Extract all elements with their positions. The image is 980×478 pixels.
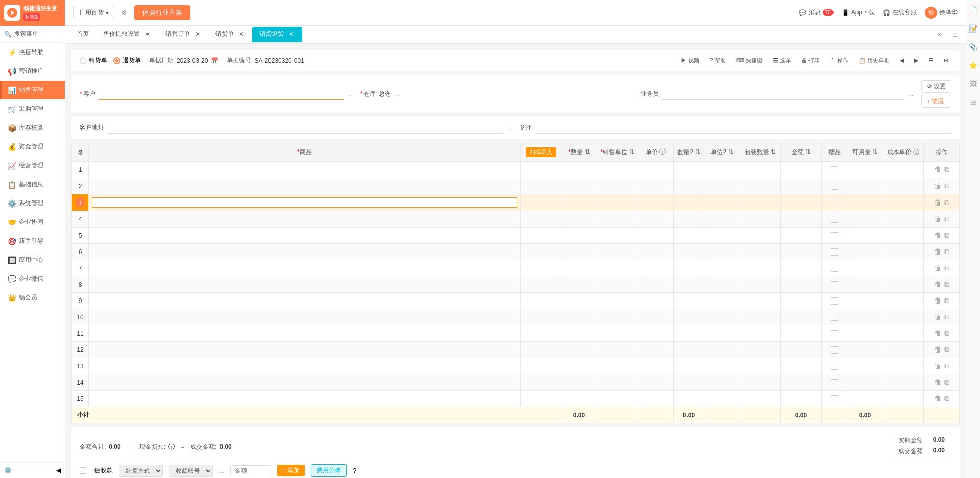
sidebar-item-quick-nav[interactable]: ⚡ 快捷导航 — [0, 43, 65, 62]
unit2-cell[interactable] — [704, 260, 740, 276]
product-cell[interactable] — [89, 194, 521, 211]
account-select[interactable]: 收款账号 — [169, 465, 213, 477]
unit2-cell[interactable] — [704, 228, 740, 244]
cost-cell[interactable] — [883, 342, 924, 358]
next-btn[interactable]: ▶ — [911, 56, 921, 65]
unit2-cell[interactable] — [704, 276, 740, 293]
qty-cell[interactable] — [561, 358, 597, 374]
sidebar-item-sales[interactable]: 📊 销售管理 — [0, 81, 65, 99]
unit2-cell[interactable] — [704, 211, 740, 228]
th-gear[interactable]: ⚙ — [72, 143, 89, 162]
qty-cell[interactable] — [561, 194, 597, 211]
pack-cell[interactable] — [740, 211, 781, 228]
unit2-cell[interactable] — [704, 293, 740, 309]
pack-cell[interactable] — [740, 358, 781, 374]
settlement-select[interactable]: 结算方式 — [119, 465, 163, 477]
amount-cell[interactable] — [781, 211, 822, 228]
avail-cell[interactable] — [847, 391, 883, 407]
cost-cell[interactable] — [883, 325, 924, 342]
gift-cell[interactable] — [822, 342, 847, 358]
unit-cell[interactable] — [597, 342, 638, 358]
pack-cell[interactable] — [740, 276, 781, 293]
amount-cell[interactable] — [781, 276, 822, 293]
product-input[interactable] — [92, 197, 517, 208]
unit2-cell[interactable] — [704, 391, 740, 407]
settings-btn[interactable]: ⚙ 设置 — [921, 80, 951, 93]
price-cell[interactable] — [638, 178, 674, 194]
tab-sales[interactable]: 销货单 ✕ — [208, 27, 252, 42]
amount-input[interactable] — [230, 465, 271, 476]
cost-cell[interactable] — [883, 276, 924, 293]
avail-cell[interactable] — [847, 276, 883, 293]
unit2-cell[interactable] — [704, 309, 740, 325]
unit-cell[interactable] — [597, 228, 638, 244]
right-icon-attach[interactable]: 📎 — [967, 41, 979, 53]
radio-sales[interactable]: 销货单 — [80, 56, 107, 65]
unit-cell[interactable] — [597, 293, 638, 309]
copy-row-icon[interactable]: ⧉ — [944, 313, 949, 321]
copy-row-icon[interactable]: ⧉ — [944, 394, 949, 403]
gift-checkbox[interactable] — [831, 281, 838, 288]
th-scan[interactable]: 扫码录入 — [521, 143, 561, 162]
app-download-btn[interactable]: 📱 App下载 — [842, 8, 874, 17]
qty-cell[interactable] — [561, 178, 597, 194]
pack-cell[interactable] — [740, 293, 781, 309]
qty-cell[interactable] — [561, 293, 597, 309]
sidebar-item-purchase[interactable]: 🛒 采购管理 — [0, 99, 65, 118]
qty-cell[interactable] — [561, 228, 597, 244]
gift-cell[interactable] — [822, 309, 847, 325]
amount-cell[interactable] — [781, 178, 822, 194]
maximize-btn[interactable]: ⊡ — [948, 29, 962, 40]
copy-row-icon[interactable]: ⧉ — [944, 231, 949, 240]
tab-price-extract-close[interactable]: ✕ — [144, 31, 151, 38]
avail-cell[interactable] — [847, 178, 883, 194]
unit-cell[interactable] — [597, 260, 638, 276]
pack-cell[interactable] — [740, 374, 781, 391]
product-cell[interactable] — [89, 309, 521, 325]
delete-row-icon[interactable]: 🗑 — [934, 280, 941, 289]
tab-sales-order[interactable]: 销售订单 ✕ — [158, 27, 208, 42]
avail-cell[interactable] — [847, 244, 883, 260]
product-cell[interactable] — [89, 325, 521, 342]
avail-cell[interactable] — [847, 358, 883, 374]
pack-cell[interactable] — [740, 194, 781, 211]
price-cell[interactable] — [638, 358, 674, 374]
cost-cell[interactable] — [883, 194, 924, 211]
qty-cell[interactable] — [561, 374, 597, 391]
amount-cell[interactable] — [781, 162, 822, 178]
sidebar-item-wechat-work[interactable]: 💬 企业微信 — [0, 269, 65, 288]
gift-checkbox[interactable] — [831, 248, 838, 256]
amount-cell[interactable] — [781, 358, 822, 374]
copy-row-icon[interactable]: ⧉ — [944, 247, 949, 256]
gift-cell[interactable] — [822, 260, 847, 276]
list-view-btn[interactable]: ☰ — [925, 56, 937, 65]
tab-sales-order-close[interactable]: ✕ — [194, 31, 201, 38]
add-row-btn[interactable]: + — [75, 197, 85, 208]
tab-home[interactable]: 首页 — [69, 27, 96, 42]
gift-cell[interactable] — [822, 162, 847, 178]
gift-cell[interactable] — [822, 244, 847, 260]
copy-row-icon[interactable]: ⧉ — [944, 296, 949, 305]
scan-input-btn[interactable]: 扫码录入 — [526, 147, 556, 157]
unit-cell[interactable] — [597, 194, 638, 211]
radio-return[interactable]: 退货单 — [113, 56, 141, 65]
unit2-cell[interactable] — [704, 194, 740, 211]
price-cell[interactable] — [638, 228, 674, 244]
message-btn[interactable]: 💬 消息 70 — [799, 8, 834, 17]
pack-cell[interactable] — [740, 391, 781, 407]
price-cell[interactable] — [638, 325, 674, 342]
video-btn[interactable]: ▶ 视频 — [678, 55, 702, 66]
qty2-cell[interactable] — [674, 162, 704, 178]
price-cell[interactable] — [638, 194, 674, 211]
avail-cell[interactable] — [847, 194, 883, 211]
pack-cell[interactable] — [740, 309, 781, 325]
right-icon-star[interactable]: ⭐ — [967, 59, 979, 71]
right-icon-doc[interactable]: 📄 — [967, 4, 979, 16]
tab-sales-close[interactable]: ✕ — [238, 31, 245, 38]
user-btn[interactable]: 徐 徐泽华 — [925, 7, 958, 19]
qty2-cell[interactable] — [674, 342, 704, 358]
cost-cell[interactable] — [883, 228, 924, 244]
product-cell[interactable] — [89, 244, 521, 260]
gift-checkbox[interactable] — [831, 199, 838, 206]
pack-cell[interactable] — [740, 325, 781, 342]
